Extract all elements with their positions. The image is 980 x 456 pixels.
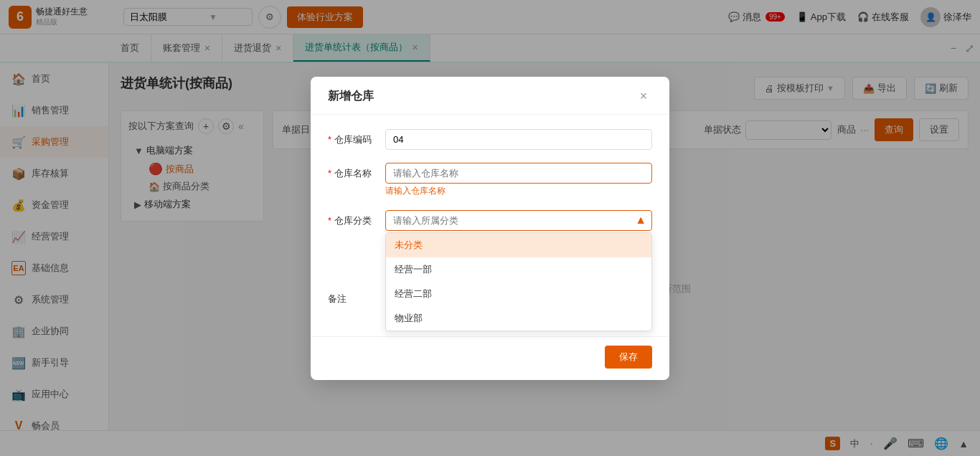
form-row-category: 仓库分类 ▲ 未分类 经营一部 xyxy=(328,210,652,231)
name-input[interactable] xyxy=(385,163,652,184)
category-label: 仓库分类 xyxy=(328,210,385,227)
dropdown-item-ops2[interactable]: 经营二部 xyxy=(386,282,651,306)
ops2-label: 经营二部 xyxy=(395,288,432,299)
form-row-name: 仓库名称 请输入仓库名称 xyxy=(328,163,652,197)
name-field: 请输入仓库名称 xyxy=(385,163,652,197)
dialog-header: 新增仓库 × xyxy=(311,77,669,115)
new-warehouse-dialog: 新增仓库 × 仓库编码 仓库名称 请输入仓库名称 xyxy=(311,77,669,380)
dialog-overlay: 新增仓库 × 仓库编码 仓库名称 请输入仓库名称 xyxy=(0,0,980,456)
ops1-label: 经营一部 xyxy=(395,264,432,275)
category-input[interactable] xyxy=(385,210,652,231)
property-label: 物业部 xyxy=(395,313,423,323)
code-label: 仓库编码 xyxy=(328,129,385,146)
dropdown-item-property[interactable]: 物业部 xyxy=(386,306,651,331)
category-input-wrapper: ▲ xyxy=(385,210,652,231)
dropdown-item-uncategorized[interactable]: 未分类 xyxy=(386,233,651,257)
category-toggle-icon[interactable]: ▲ xyxy=(635,214,646,227)
dropdown-item-ops1[interactable]: 经营一部 xyxy=(386,257,651,282)
save-button[interactable]: 保存 xyxy=(605,346,652,369)
note-label: 备注 xyxy=(328,288,385,305)
name-error-tip: 请输入仓库名称 xyxy=(385,185,652,197)
code-input[interactable] xyxy=(385,129,652,150)
name-label: 仓库名称 xyxy=(328,163,385,180)
form-row-code: 仓库编码 xyxy=(328,129,652,150)
category-dropdown: 未分类 经营一部 经营二部 物业部 xyxy=(385,232,652,331)
category-field: ▲ 未分类 经营一部 经营二部 物业部 xyxy=(385,210,652,231)
code-field xyxy=(385,129,652,150)
dialog-close-button[interactable]: × xyxy=(635,88,652,105)
dialog-footer: 保存 xyxy=(311,336,669,380)
dialog-body: 仓库编码 仓库名称 请输入仓库名称 仓库分类 xyxy=(311,115,669,336)
dialog-title: 新增仓库 xyxy=(328,89,374,104)
uncategorized-label: 未分类 xyxy=(395,239,423,250)
